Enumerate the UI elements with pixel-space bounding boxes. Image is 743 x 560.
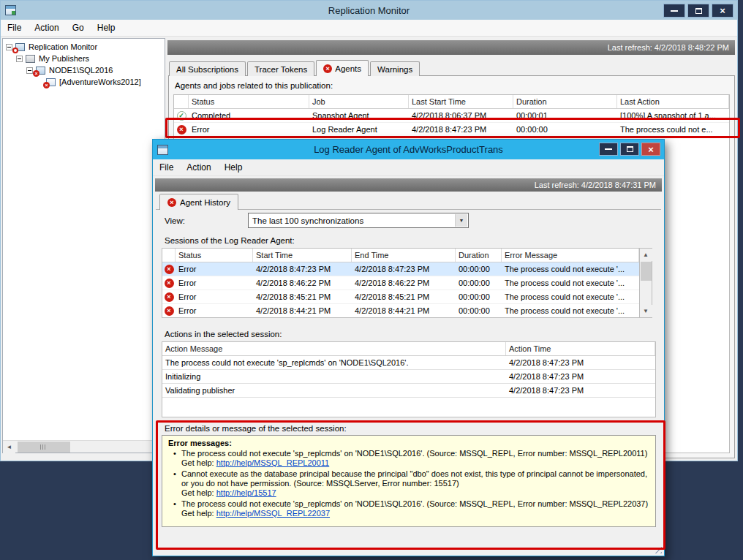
close-icon: ×: [648, 145, 654, 154]
tree-item-my-publishers[interactable]: My Publishers: [3, 53, 165, 64]
column-header-status[interactable]: Status: [176, 249, 253, 262]
tree-item-replication-monitor[interactable]: Replication Monitor: [3, 41, 165, 53]
maximize-button[interactable]: [620, 143, 639, 156]
error-text: The process could not execute 'sp_replcm…: [181, 449, 649, 458]
error-text: Cannot execute as the database principal…: [181, 469, 649, 488]
error-icon: ×: [165, 292, 174, 302]
tree-collapse-icon[interactable]: [26, 67, 33, 74]
replication-monitor-app-icon: [5, 5, 16, 15]
close-icon: ×: [720, 6, 725, 15]
help-link[interactable]: http://help/MSSQL_REPL20011: [216, 458, 330, 467]
menu-file[interactable]: File: [153, 160, 180, 175]
error-icon: ×: [167, 198, 176, 207]
sessions-table: Status Start Time End Time Duration Erro…: [162, 248, 640, 318]
tab-tracer-tokens[interactable]: Tracer Tokens: [247, 61, 314, 76]
error-icon: ×: [165, 265, 174, 274]
agent-row-log-reader[interactable]: × Error Log Reader Agent 4/2/2018 8:47:2…: [174, 123, 729, 137]
sessions-label: Sessions of the Log Reader Agent:: [165, 236, 295, 245]
column-header-icon[interactable]: [174, 95, 189, 108]
close-button[interactable]: ×: [712, 4, 733, 18]
bullet-icon: •: [168, 499, 181, 518]
action-row[interactable]: Initializing 4/2/2018 8:47:23 PM: [162, 370, 655, 384]
dialog-app-icon: [157, 145, 168, 155]
column-header-last-action[interactable]: Last Action: [617, 95, 729, 108]
help-link[interactable]: http://help/15517: [216, 488, 276, 497]
error-icon: ×: [177, 125, 186, 135]
get-help-label: Get help:: [181, 458, 216, 467]
column-header-action-time[interactable]: Action Time: [506, 342, 655, 355]
column-header-action-message[interactable]: Action Message: [162, 342, 506, 355]
error-text: The process could not execute 'sp_replcm…: [181, 499, 649, 509]
tab-agents[interactable]: × Agents: [316, 60, 369, 76]
error-icon: ×: [165, 306, 174, 316]
minimize-button[interactable]: [599, 143, 618, 156]
column-header-status[interactable]: Status: [189, 95, 309, 108]
chevron-down-icon[interactable]: ▼: [455, 214, 467, 227]
dialog-titlebar[interactable]: Log Reader Agent of AdvWorksProductTrans…: [153, 140, 664, 159]
last-refresh-text: Last refresh: 4/2/2018 8:48:22 PM: [608, 43, 729, 52]
column-header-icon[interactable]: [162, 249, 176, 262]
publication-error-icon: ×: [45, 77, 56, 87]
column-header-duration[interactable]: Duration: [456, 249, 502, 262]
column-header-last-start-time[interactable]: Last Start Time: [409, 95, 513, 108]
tree-collapse-icon[interactable]: [16, 56, 23, 62]
last-refresh-bar: Last refresh: 4/2/2018 8:48:22 PM: [167, 40, 735, 55]
column-header-duration[interactable]: Duration: [513, 95, 617, 108]
server-error-icon: ×: [35, 66, 46, 75]
session-row[interactable]: × Error 4/2/2018 8:46:22 PM 4/2/2018 8:4…: [162, 276, 639, 290]
get-help-label: Get help:: [181, 509, 216, 518]
tree-label: NODE1\SQL2016: [49, 66, 116, 75]
last-refresh-bar: Last refresh: 4/2/2018 8:47:31 PM: [155, 178, 662, 192]
actions-table: Action Message Action Time The process c…: [162, 341, 656, 417]
desktop: { "icons": { "error_glyph": "×", "check_…: [0, 0, 743, 560]
menu-go[interactable]: Go: [66, 20, 91, 35]
tab-all-subscriptions[interactable]: All Subscriptions: [169, 61, 246, 76]
maximize-button[interactable]: [687, 4, 709, 18]
menu-help[interactable]: Help: [91, 20, 122, 35]
resize-grip[interactable]: [652, 544, 662, 553]
minimize-icon: [671, 10, 678, 12]
tree-item-node1-sql2016[interactable]: × NODE1\SQL2016: [3, 64, 165, 76]
scrollbar-thumb[interactable]: [641, 262, 652, 281]
column-header-error-message[interactable]: Error Message: [502, 249, 639, 262]
menu-action[interactable]: Action: [180, 160, 217, 175]
log-reader-agent-dialog: Log Reader Agent of AdvWorksProductTrans…: [152, 139, 665, 556]
main-menubar: File Action Go Help: [1, 20, 737, 37]
error-details-label: Error details or message of the selected…: [165, 424, 347, 433]
action-row[interactable]: The process could not execute 'sp_replcm…: [162, 356, 655, 370]
main-titlebar[interactable]: Replication Monitor ×: [1, 1, 737, 20]
agent-row-snapshot[interactable]: ✓ Completed Snapshot Agent 4/2/2018 8:06…: [174, 109, 729, 123]
sessions-vertical-scrollbar[interactable]: ▲ ▼: [640, 248, 652, 318]
tab-warnings[interactable]: Warnings: [370, 61, 420, 76]
scroll-down-icon[interactable]: ▼: [640, 305, 652, 317]
dialog-menubar: File Action Help: [153, 159, 664, 176]
scroll-left-icon[interactable]: ◄: [3, 441, 15, 453]
tree-collapse-icon[interactable]: [6, 44, 12, 50]
publisher-tree: Replication Monitor My Publishers × NODE…: [3, 39, 165, 88]
column-header-start-time[interactable]: Start Time: [253, 249, 352, 262]
column-header-job[interactable]: Job: [309, 95, 409, 108]
session-row[interactable]: × Error 4/2/2018 8:47:23 PM 4/2/2018 8:4…: [162, 262, 639, 276]
session-row[interactable]: × Error 4/2/2018 8:44:21 PM 4/2/2018 8:4…: [162, 304, 639, 318]
tree-horizontal-scrollbar[interactable]: ◄ ►: [3, 440, 165, 453]
menu-file[interactable]: File: [1, 20, 28, 35]
view-label: View:: [165, 216, 185, 225]
maximize-icon: [627, 146, 633, 152]
tab-agent-history[interactable]: × Agent History: [159, 194, 238, 210]
scrollbar-thumb[interactable]: [18, 442, 70, 453]
view-dropdown[interactable]: The last 100 synchronizations ▼: [248, 213, 469, 228]
menu-action[interactable]: Action: [28, 20, 65, 35]
error-icon: ×: [323, 64, 332, 73]
scroll-up-icon[interactable]: ▲: [640, 249, 652, 261]
tree-item-adventureworks2012[interactable]: × [AdventureWorks2012]: [3, 76, 165, 88]
column-header-end-time[interactable]: End Time: [352, 249, 456, 262]
minimize-button[interactable]: [663, 4, 685, 18]
action-row[interactable]: Validating publisher 4/2/2018 8:47:23 PM: [162, 384, 655, 398]
tree-label: Replication Monitor: [29, 42, 100, 51]
view-dropdown-value: The last 100 synchronizations: [252, 216, 363, 225]
menu-help[interactable]: Help: [218, 160, 249, 175]
maximize-icon: [695, 8, 702, 14]
session-row[interactable]: × Error 4/2/2018 8:45:21 PM 4/2/2018 8:4…: [162, 290, 639, 304]
close-button[interactable]: ×: [641, 143, 660, 156]
help-link[interactable]: http://help/MSSQL_REPL22037: [216, 509, 330, 518]
